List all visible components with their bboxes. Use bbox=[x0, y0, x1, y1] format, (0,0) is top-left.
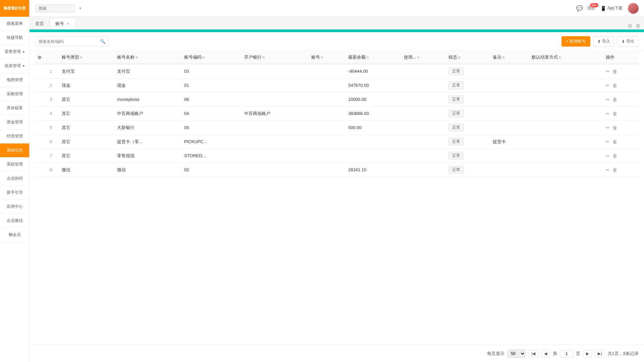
sidebar-item-retail-mgmt[interactable]: 零售管理 ▾ bbox=[0, 45, 29, 59]
row-default-settlement bbox=[529, 135, 603, 149]
edit-icon[interactable]: ✏ bbox=[606, 69, 610, 74]
last-page-btn[interactable]: ▶| bbox=[595, 350, 605, 357]
col-type[interactable]: 账号类型⇅ bbox=[59, 51, 114, 64]
delete-icon[interactable]: 🗑 bbox=[612, 139, 617, 144]
delete-icon[interactable]: 🗑 bbox=[612, 167, 617, 173]
export-button[interactable]: ⬇ 导出 bbox=[617, 36, 639, 47]
sidebar-item-ops-mgmt[interactable]: 经营管理 bbox=[0, 129, 29, 143]
status-badge: 正常 bbox=[448, 138, 464, 145]
delete-icon[interactable]: 🗑 bbox=[612, 69, 617, 74]
sidebar-item-enterprise-wechat[interactable]: 企业微信 bbox=[0, 214, 29, 228]
tab-home-label: 首页 bbox=[35, 21, 44, 27]
header-search-input[interactable] bbox=[35, 4, 75, 12]
edit-icon[interactable]: ✏ bbox=[606, 125, 610, 130]
sidebar-item-inventory-check[interactable]: 库存核算 bbox=[0, 101, 29, 115]
message-btn[interactable]: 💬 99+ 消息 bbox=[576, 5, 595, 11]
row-notes: 提货卡 bbox=[490, 135, 529, 149]
sidebar-item-finance-mgmt[interactable]: 资金管理 bbox=[0, 115, 29, 129]
search-button[interactable]: 🔍 bbox=[97, 37, 108, 46]
status-badge: 正常 bbox=[448, 124, 464, 131]
header-search-dropdown[interactable]: ▾ bbox=[79, 6, 82, 11]
tab-accounts[interactable]: 账号 ✕ bbox=[50, 18, 76, 29]
col-notes[interactable]: 备注⇅ bbox=[490, 51, 529, 64]
col-balance[interactable]: 最新余额⇅ bbox=[345, 51, 401, 64]
per-page-select[interactable]: 50 20 100 bbox=[507, 350, 526, 358]
edit-icon[interactable]: ✏ bbox=[606, 97, 610, 102]
row-default-settlement bbox=[529, 93, 603, 107]
tab-minimize-icon[interactable]: ⊟ bbox=[627, 22, 633, 29]
row-bank bbox=[241, 135, 308, 149]
delete-icon[interactable]: 🗑 bbox=[612, 97, 617, 102]
next-page-btn[interactable]: ▶ bbox=[583, 350, 592, 357]
delete-icon[interactable]: 🗑 bbox=[612, 153, 617, 159]
page-teal-header bbox=[30, 29, 644, 32]
sidebar-item-shortcuts[interactable]: 快捷导航 bbox=[0, 31, 29, 45]
row-balance: -90444.00 bbox=[345, 64, 401, 78]
row-name: 支付宝 bbox=[114, 64, 181, 78]
import-button[interactable]: ⬆ 导入 bbox=[593, 36, 614, 47]
app-download-btn[interactable]: 📱 App下载 bbox=[600, 5, 623, 11]
col-usage[interactable]: 使用...⇅ bbox=[401, 51, 446, 64]
row-actions: ✏ 🗑 bbox=[603, 163, 639, 177]
edit-icon[interactable]: ✏ bbox=[606, 111, 610, 116]
sidebar-item-wholesale-mgmt[interactable]: 批发管理 ▾ bbox=[0, 59, 29, 73]
top-header: ▾ 💬 99+ 消息 📱 App下载 bbox=[30, 0, 644, 17]
sort-usage-icon: ⇅ bbox=[417, 56, 420, 59]
row-default-settlement bbox=[529, 64, 603, 78]
sidebar-item-ecommerce-mgmt[interactable]: 电商管理 bbox=[0, 73, 29, 87]
row-code: 03 bbox=[181, 64, 242, 78]
sidebar-item-enterprise-agreement[interactable]: 企业协同 bbox=[0, 172, 29, 186]
first-page-btn[interactable]: |◀ bbox=[528, 350, 538, 357]
edit-icon[interactable]: ✏ bbox=[606, 83, 610, 88]
search-input[interactable] bbox=[35, 37, 97, 46]
delete-icon[interactable]: 🗑 bbox=[612, 125, 617, 130]
prev-page-btn[interactable]: ◀ bbox=[541, 350, 550, 357]
row-num: 2 bbox=[47, 78, 59, 93]
row-type: 微信 bbox=[59, 163, 114, 177]
row-gear bbox=[35, 163, 47, 177]
settings-icon[interactable]: ⚙ bbox=[38, 55, 42, 60]
user-avatar[interactable] bbox=[628, 3, 639, 14]
delete-icon[interactable]: 🗑 bbox=[612, 111, 617, 116]
col-actions: 操作 bbox=[603, 51, 639, 64]
col-status[interactable]: 状态⇅ bbox=[446, 51, 490, 64]
search-icon: 🔍 bbox=[100, 39, 106, 44]
tab-maximize-icon[interactable]: ⊞ bbox=[635, 22, 641, 29]
row-balance bbox=[345, 135, 401, 149]
row-gear bbox=[35, 64, 47, 78]
table-row: 3 其它 moneybosx 06 10000.00 正常 ✏ 🗑 bbox=[35, 93, 639, 107]
row-name: 微信 bbox=[114, 163, 181, 177]
sort-name-icon: ⇅ bbox=[135, 56, 138, 59]
sidebar-item-app-center[interactable]: 应用中心 bbox=[0, 200, 29, 214]
sidebar-item-system-mgmt[interactable]: 系统管理 bbox=[0, 158, 29, 172]
col-default-settlement[interactable]: 默认结算方式⇅ bbox=[529, 51, 603, 64]
add-account-button[interactable]: + 新增账号 bbox=[561, 36, 590, 47]
sidebar-item-member[interactable]: 畅会员 bbox=[0, 228, 29, 242]
row-name: 中百商场账户 bbox=[114, 107, 181, 121]
edit-icon[interactable]: ✏ bbox=[606, 139, 610, 144]
col-bank[interactable]: 开户银行⇅ bbox=[241, 51, 308, 64]
delete-icon[interactable]: 🗑 bbox=[612, 83, 617, 88]
sidebar-item-purchase-mgmt[interactable]: 采购管理 bbox=[0, 87, 29, 101]
table-row: 4 其它 中百商场账户 04 中百商场账户 383866.00 正常 ✏ 🗑 bbox=[35, 107, 639, 121]
page-label: 第 bbox=[553, 351, 557, 357]
col-account[interactable]: 账号⇅ bbox=[309, 51, 345, 64]
sidebar-item-new-guide[interactable]: 新手引导 bbox=[0, 186, 29, 200]
row-account bbox=[309, 163, 345, 177]
edit-icon[interactable]: ✏ bbox=[606, 167, 610, 173]
sidebar-item-basic-info[interactable]: 基础信息 bbox=[0, 143, 29, 158]
tab-accounts-close[interactable]: ✕ bbox=[66, 21, 70, 26]
page-input[interactable] bbox=[560, 350, 573, 357]
row-code: 05 bbox=[181, 121, 242, 135]
row-code: 06 bbox=[181, 93, 242, 107]
col-name[interactable]: 账号名称⇅ bbox=[114, 51, 181, 64]
row-gear bbox=[35, 78, 47, 93]
row-account bbox=[309, 107, 345, 121]
tab-home[interactable]: 首页 bbox=[30, 18, 50, 29]
col-code[interactable]: 账号编码⇅ bbox=[181, 51, 242, 64]
edit-icon[interactable]: ✏ bbox=[606, 153, 610, 159]
row-default-settlement bbox=[529, 107, 603, 121]
sidebar-item-search-orders[interactable]: 搜索菜单 bbox=[0, 17, 29, 31]
row-status: 正常 bbox=[446, 107, 490, 121]
import-icon: ⬆ bbox=[597, 39, 601, 44]
